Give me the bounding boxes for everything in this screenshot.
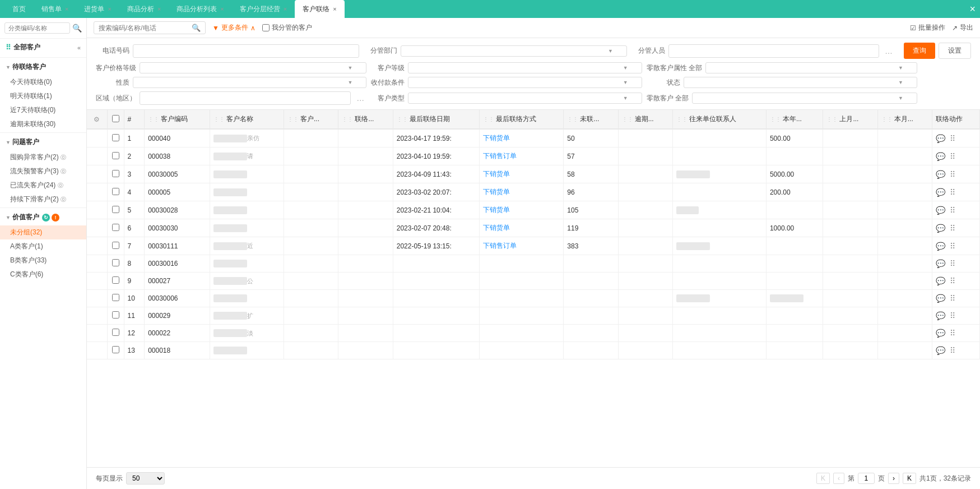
more-action-icon[interactable]: ⠿	[950, 276, 955, 285]
row-gear[interactable]	[87, 183, 107, 201]
last-method-link[interactable]: 下销货单	[483, 188, 510, 196]
unit-contact-header[interactable]: 往来单位联系人	[673, 110, 767, 129]
tab-home[interactable]: 首页	[4, 0, 34, 18]
tab-analysis[interactable]: 商品分析 ×	[119, 0, 169, 18]
sidebar-item-ungroup[interactable]: 未分组(32)	[0, 225, 86, 239]
row-check[interactable]	[112, 259, 119, 266]
this-year-header[interactable]: 本年...	[766, 110, 823, 129]
chat-icon[interactable]: 💬	[936, 259, 945, 268]
tab-sales[interactable]: 销售单 ×	[34, 0, 76, 18]
more-action-icon[interactable]: ⠿	[950, 346, 955, 355]
row-checkbox[interactable]	[107, 165, 124, 183]
more-action-icon[interactable]: ⠿	[950, 259, 955, 268]
sidebar-item-c-class[interactable]: C类客户(6)	[0, 267, 86, 282]
close-customer-tier-icon[interactable]: ×	[284, 6, 287, 12]
chat-icon[interactable]: 💬	[936, 206, 945, 215]
row-checkbox[interactable]	[107, 342, 124, 359]
close-sales-icon[interactable]: ×	[65, 6, 68, 12]
price-level-select[interactable]: ▼	[140, 62, 366, 73]
status-select[interactable]: ▼	[684, 77, 917, 88]
sidebar-item-tomorrow[interactable]: 明天待联络(1)	[0, 89, 86, 103]
close-analysis-list-icon[interactable]: ×	[220, 6, 224, 12]
export-btn[interactable]: ↗ 导出	[952, 23, 973, 33]
sidebar-search-icon[interactable]: 🔍	[72, 24, 82, 33]
row-gear[interactable]	[87, 342, 107, 359]
row-checkbox[interactable]	[107, 201, 124, 219]
close-window-icon[interactable]: ×	[969, 3, 976, 15]
page-size-select[interactable]: 50 20 100	[126, 472, 165, 485]
row-check[interactable]	[112, 134, 119, 141]
sidebar-search-input[interactable]	[4, 22, 70, 34]
sidebar-item-7days[interactable]: 近7天待联络(0)	[0, 103, 86, 117]
prev-page-btn[interactable]: ‹	[833, 473, 844, 484]
more-conditions-btn[interactable]: ▼ 更多条件 ∧	[212, 23, 256, 33]
row-gear[interactable]	[87, 290, 107, 307]
search-icon[interactable]: 🔍	[192, 24, 201, 32]
more-action-icon[interactable]: ⠿	[950, 134, 955, 143]
tab-analysis-list[interactable]: 商品分析列表 ×	[169, 0, 231, 18]
row-checkbox[interactable]	[107, 325, 124, 342]
nature-select[interactable]: ▼	[133, 77, 366, 88]
sidebar-item-today[interactable]: 今天待联络(0)	[0, 75, 86, 89]
sidebar-all-customers[interactable]: ⠿ 全部客户 «	[0, 39, 86, 56]
row-gear[interactable]	[87, 255, 107, 273]
select-all-checkbox[interactable]	[112, 115, 119, 122]
row-check[interactable]	[112, 329, 119, 336]
row-gear[interactable]	[87, 147, 107, 165]
overdue-header[interactable]: 逾期...	[618, 110, 672, 129]
close-customer-contact-icon[interactable]: ×	[333, 6, 336, 12]
row-check[interactable]	[112, 311, 119, 319]
page-input[interactable]	[858, 473, 875, 484]
last-method-link[interactable]: 下销货单	[483, 206, 510, 214]
last-method-link[interactable]: 下销货单	[483, 134, 510, 142]
chat-icon[interactable]: 💬	[936, 152, 945, 161]
chat-icon[interactable]: 💬	[936, 224, 945, 233]
last-method-link[interactable]: 下销货单	[483, 224, 510, 232]
row-checkbox[interactable]	[107, 290, 124, 307]
tab-customer-tier[interactable]: 客户分层经营 ×	[232, 0, 295, 18]
tab-customer-contact[interactable]: 客户联络 ×	[295, 0, 344, 18]
more-action-icon[interactable]: ⠿	[950, 152, 955, 161]
dept-select[interactable]: ▼	[401, 45, 627, 57]
more-action-icon[interactable]: ⠿	[950, 294, 955, 303]
chat-icon[interactable]: 💬	[936, 188, 945, 197]
row-gear[interactable]	[87, 307, 107, 325]
this-month-header[interactable]: 本月...	[877, 110, 932, 129]
sidebar-item-abnormal[interactable]: 囤购异常客户(2) ⓪	[0, 150, 86, 164]
no-contact-header[interactable]: 未联...	[564, 110, 618, 129]
my-customers-filter[interactable]: 我分管的客户	[262, 23, 312, 33]
refresh-icon[interactable]: ↻	[42, 214, 50, 222]
row-gear[interactable]	[87, 237, 107, 255]
last-page-btn[interactable]: K	[903, 473, 916, 484]
close-purchase-icon[interactable]: ×	[108, 6, 111, 12]
person-dots-icon[interactable]: …	[883, 47, 895, 56]
more-action-icon[interactable]: ⠿	[950, 329, 955, 338]
problem-customers-header[interactable]: ▼ 问题客户	[0, 134, 86, 150]
sidebar-item-warning[interactable]: 流失预警客户(3) ⓪	[0, 164, 86, 178]
row-gear[interactable]	[87, 165, 107, 183]
more-action-icon[interactable]: ⠿	[950, 311, 955, 320]
row-checkbox[interactable]	[107, 183, 124, 201]
scatter-select[interactable]: ▼	[692, 93, 917, 104]
search-input[interactable]	[99, 24, 188, 32]
first-page-btn[interactable]: K	[816, 473, 830, 484]
next-page-btn[interactable]: ›	[888, 473, 899, 484]
row-check[interactable]	[112, 276, 119, 284]
batch-ops-btn[interactable]: ☑ 批量操作	[910, 23, 945, 33]
chat-icon[interactable]: 💬	[936, 170, 945, 179]
sidebar-item-b-class[interactable]: B类客户(33)	[0, 253, 86, 267]
chat-icon[interactable]: 💬	[936, 294, 945, 303]
checkbox-header[interactable]	[107, 110, 124, 129]
close-analysis-icon[interactable]: ×	[157, 6, 161, 12]
phone-input[interactable]	[133, 44, 359, 58]
chat-icon[interactable]: 💬	[936, 134, 945, 143]
customer-level-select[interactable]: ▼	[408, 62, 642, 73]
value-customers-header[interactable]: ▼ 价值客户 ↻ !	[0, 209, 86, 225]
row-checkbox[interactable]	[107, 307, 124, 325]
more-action-icon[interactable]: ⠿	[950, 206, 955, 215]
my-customers-checkbox[interactable]	[262, 24, 270, 31]
more-action-icon[interactable]: ⠿	[950, 224, 955, 233]
sidebar-item-declining[interactable]: 持续下滑客户(2) ⓪	[0, 192, 86, 206]
row-checkbox[interactable]	[107, 273, 124, 290]
row-gear[interactable]	[87, 129, 107, 147]
